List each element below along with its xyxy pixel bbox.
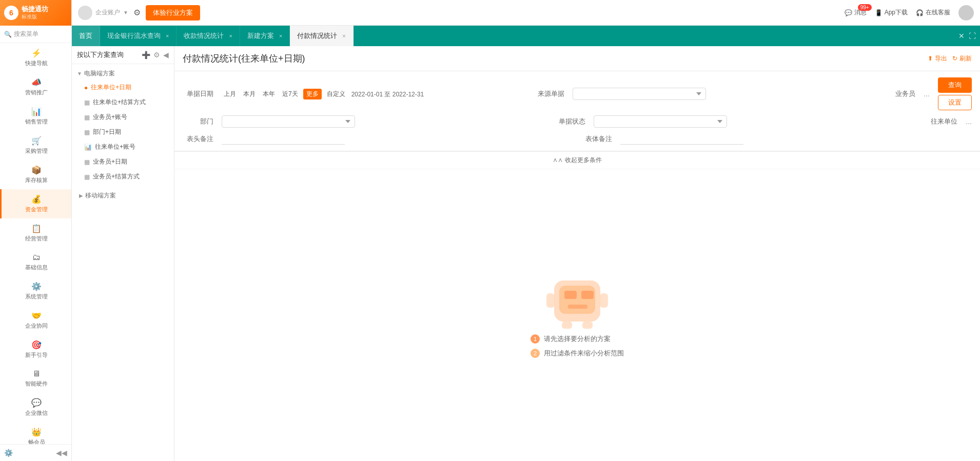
sidebar-item-inventory[interactable]: 📦 库存核算 <box>0 160 71 189</box>
scheme-unit-date[interactable]: ● 往来单位+日期 <box>72 80 174 95</box>
tab-bank-flow-label: 现金银行流水查询 <box>107 31 161 41</box>
add-scheme-icon[interactable]: ➕ <box>142 51 150 59</box>
scheme-salesman-date[interactable]: ▦ 业务员+日期 <box>72 154 174 169</box>
app-download-btn[interactable]: 📱 App下载 <box>875 8 908 17</box>
scheme-salesman-settle[interactable]: ▦ 业务员+结算方式 <box>72 169 174 184</box>
refresh-btn[interactable]: ↻ 刷新 <box>952 54 972 63</box>
topbar-gear-icon[interactable]: ⚙ <box>133 8 141 17</box>
sidebar-item-operations[interactable]: 📋 经营管理 <box>0 218 71 248</box>
system-icon: ⚙️ <box>31 282 42 291</box>
sidebar-item-sales[interactable]: 📊 销售管理 <box>0 102 71 131</box>
source-select[interactable] <box>573 88 706 100</box>
tab-new-scheme-close-icon[interactable]: × <box>279 33 282 39</box>
content-area: 付款情况统计(往来单位+日期) ⬆ 导出 ↻ 刷新 单据日期 <box>174 46 980 461</box>
svg-rect-2 <box>564 291 577 299</box>
account-selector[interactable]: 企业账户 ▼ <box>78 6 128 20</box>
hint-num-1: 1 <box>531 334 540 344</box>
company-avatar <box>78 6 92 20</box>
sidebar-item-marketing[interactable]: 📣 营销推广 <box>0 72 71 102</box>
tab-bank-flow[interactable]: 现金银行流水查询 × <box>100 26 177 46</box>
status-label: 单据状态 <box>555 117 585 126</box>
sidebar-item-purchase[interactable]: 🛒 采购管理 <box>0 131 71 160</box>
messages-badge: 99+ <box>858 4 872 11</box>
trial-button[interactable]: 体验行业方案 <box>146 5 200 21</box>
collapse-sidebar-icon[interactable]: ◀◀ <box>56 449 67 457</box>
page-content: 按以下方案查询 ➕ ⚙ ◀ ▼ 电脑端方案 ● 往来单位+日期 ▦ <box>72 46 980 461</box>
sidebar-item-capital[interactable]: 💰 资金管理 <box>0 189 71 218</box>
date-opt-this-year[interactable]: 本年 <box>261 89 277 99</box>
dept-select[interactable] <box>222 115 355 128</box>
date-opt-more[interactable]: 更多 <box>303 89 322 99</box>
mobile-section-header[interactable]: ▶ 移动端方案 <box>72 189 174 202</box>
online-support-btn[interactable]: 🎧 在线客服 <box>916 8 950 17</box>
tab-payment-stats[interactable]: 付款情况统计 × <box>290 26 353 46</box>
sidebar-item-basic-info[interactable]: 🗂 基础信息 <box>0 248 71 276</box>
body-note-input[interactable] <box>620 133 743 145</box>
tab-payment-stats-close-icon[interactable]: × <box>342 33 345 39</box>
salesman-dots[interactable]: ... <box>924 90 930 98</box>
scheme-unit-settle[interactable]: ▦ 往来单位+结算方式 <box>72 95 174 110</box>
topbar: 企业账户 ▼ ⚙ 体验行业方案 💬 消息 99+ 📱 App下载 🎧 在线客服 <box>72 0 980 26</box>
sidebar-item-wechat[interactable]: 💬 企业微信 <box>0 393 71 422</box>
tab-close-all-icon[interactable]: ✕ <box>958 32 965 40</box>
sidebar-item-system[interactable]: ⚙️ 系统管理 <box>0 276 71 306</box>
tab-new-scheme[interactable]: 新建方案 × <box>240 26 290 46</box>
svg-rect-8 <box>582 322 593 329</box>
sidebar-item-label: 新手引导 <box>25 351 48 359</box>
tab-collection-stats-close-icon[interactable]: × <box>229 33 232 39</box>
purchase-icon: 🛒 <box>31 136 42 146</box>
empty-hint-1: 1 请先选择要分析的方案 <box>531 334 624 344</box>
settings-button[interactable]: 设置 <box>938 95 972 110</box>
hint-text-2: 用过滤条件来缩小分析范围 <box>544 349 624 358</box>
search-label: 搜索菜单 <box>14 30 38 38</box>
sales-icon: 📊 <box>31 107 42 116</box>
query-button[interactable]: 查询 <box>938 77 972 93</box>
hardware-icon: 🖥 <box>32 369 41 378</box>
sidebar-item-label: 智能硬件 <box>25 380 48 388</box>
sidebar-item-member[interactable]: 👑 畅会员 <box>0 422 71 444</box>
filter-row-3: 表头备注 表体备注 <box>183 133 972 145</box>
collapse-scheme-icon[interactable]: ◀ <box>163 51 169 59</box>
tab-collection-stats[interactable]: 收款情况统计 × <box>177 26 240 46</box>
sidebar-footer: ⚙️ ◀◀ <box>0 444 71 461</box>
tab-home[interactable]: 首页 <box>72 26 100 46</box>
guide-icon: 🎯 <box>31 340 42 350</box>
date-opt-this-month[interactable]: 本月 <box>241 89 258 99</box>
content-header: 付款情况统计(往来单位+日期) ⬆ 导出 ↻ 刷新 <box>174 46 980 71</box>
header-note-input[interactable] <box>222 133 345 145</box>
empty-hint-2: 2 用过滤条件来缩小分析范围 <box>531 349 624 358</box>
messages-btn[interactable]: 💬 消息 99+ <box>845 8 867 17</box>
desktop-section-header[interactable]: ▼ 电脑端方案 <box>72 67 174 80</box>
sidebar-search[interactable]: 🔍 搜索菜单 <box>0 26 71 43</box>
empty-state: 1 请先选择要分析的方案 2 用过滤条件来缩小分析范围 <box>174 169 980 461</box>
export-btn[interactable]: ⬆ 导出 <box>928 54 947 63</box>
settings-scheme-icon[interactable]: ⚙ <box>153 51 160 59</box>
settings-gear-icon[interactable]: ⚙️ <box>4 449 13 457</box>
sidebar-item-enterprise[interactable]: 🤝 企业协同 <box>0 306 71 335</box>
sidebar-item-quick-nav[interactable]: ⚡ 快捷导航 <box>0 43 71 72</box>
collapse-more-btn[interactable]: ∧∧ 收起更多条件 <box>174 151 980 169</box>
sidebar-item-guide[interactable]: 🎯 新手引导 <box>0 335 71 364</box>
unit-dots[interactable]: ... <box>966 117 972 126</box>
tab-bank-flow-close-icon[interactable]: × <box>166 33 169 39</box>
sidebar-item-label: 企业微信 <box>25 409 48 417</box>
tab-payment-stats-label: 付款情况统计 <box>297 31 337 41</box>
scheme-salesman-account-label: 业务员+账号 <box>93 113 127 122</box>
sidebar-item-hardware[interactable]: 🖥 智能硬件 <box>0 364 71 393</box>
date-opt-7days[interactable]: 近7天 <box>280 89 300 99</box>
empty-hints: 1 请先选择要分析的方案 2 用过滤条件来缩小分析范围 <box>531 334 624 358</box>
tab-expand-icon[interactable]: ⛶ <box>969 32 976 40</box>
account-chevron-icon: ▼ <box>123 10 128 15</box>
scheme-unit-account[interactable]: 📊 往来单位+账号 <box>72 139 174 154</box>
svg-rect-3 <box>581 291 594 299</box>
date-opt-custom[interactable]: 自定义 <box>325 89 347 99</box>
scheme-salesman-account[interactable]: ▦ 业务员+账号 <box>72 110 174 125</box>
brand-name: 畅捷通坊 <box>22 5 48 13</box>
tab-collection-stats-label: 收款情况统计 <box>184 31 224 41</box>
scheme-dept-date[interactable]: ▦ 部门+日期 <box>72 125 174 139</box>
sidebar-nav: ⚡ 快捷导航 📣 营销推广 📊 销售管理 🛒 采购管理 📦 库存核算 💰 资金管… <box>0 43 71 444</box>
desktop-arrow-icon: ▼ <box>77 71 82 76</box>
status-select[interactable] <box>594 115 727 128</box>
user-avatar[interactable] <box>958 5 974 21</box>
date-opt-last-month[interactable]: 上月 <box>222 89 238 99</box>
